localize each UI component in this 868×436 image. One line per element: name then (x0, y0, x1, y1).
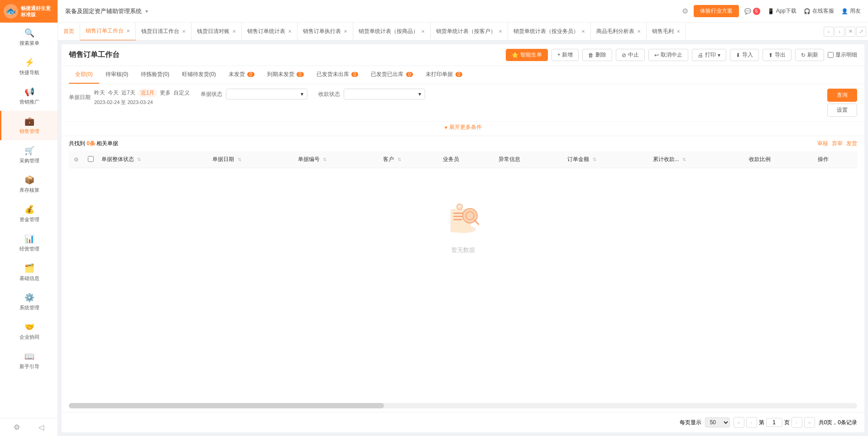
cancel-review-action-btn[interactable]: 弃审 (832, 140, 843, 147)
review-action-btn[interactable]: 审核 (817, 140, 828, 147)
tab-close-all-btn[interactable]: ✕ (845, 27, 855, 37)
tab-prev-btn[interactable]: ‹ (824, 27, 834, 37)
page-prev-btn[interactable]: ‹ (746, 417, 757, 428)
sidebar-item-guide[interactable]: 📖新手引导 (0, 346, 58, 375)
sub-tab-not-printed[interactable]: 未打印单据 0 (419, 66, 469, 84)
collapse-icon[interactable]: ◁ (38, 423, 44, 431)
col-order-amount: 订单金额 ⇅ (564, 151, 649, 168)
sub-tab-not-shipped[interactable]: 未发货 0 (222, 66, 261, 84)
tab-close-icon[interactable]: ✕ (499, 29, 502, 34)
status-select[interactable]: ▾ (226, 89, 307, 100)
gear-icon[interactable]: ⚙ (682, 7, 688, 15)
export-btn[interactable]: ⬆ 导出 (762, 49, 791, 61)
select-all-checkbox[interactable] (88, 156, 94, 162)
svg-point-8 (457, 204, 462, 209)
sidebar-item-system[interactable]: ⚙️系统管理 (0, 287, 58, 317)
overdue-badge: 0 (297, 72, 304, 77)
shortcut-custom[interactable]: 自定义 (173, 89, 190, 97)
tab-sales-stats-product[interactable]: 销货单统计表（按商品） ✕ (353, 23, 431, 41)
sidebar-item-inventory[interactable]: 📦库存核算 (0, 170, 58, 199)
sub-tab-shipped-not-out[interactable]: 已发货未出库 0 (310, 66, 365, 84)
message-btn[interactable]: 💬 6 (744, 8, 760, 15)
tab-close-icon[interactable]: ✕ (126, 28, 130, 33)
app-download-btn[interactable]: 📱 App下载 (767, 7, 796, 15)
user-menu[interactable]: 👤 用友 (841, 7, 861, 15)
show-detail-input[interactable] (828, 52, 834, 58)
chevron-down-icon[interactable]: ▾ (145, 8, 148, 14)
tab-close-icon[interactable]: ✕ (344, 29, 347, 34)
sub-tab-shipped-out[interactable]: 已发货已出库 0 (364, 66, 419, 84)
tab-close-icon[interactable]: ✕ (232, 29, 236, 34)
tab-cash-reconcile[interactable]: 钱货日清对账 ✕ (192, 23, 242, 41)
new-btn[interactable]: + 新增 (551, 49, 579, 61)
shortcut-7days[interactable]: 近7天 (121, 89, 135, 97)
shortcut-1month[interactable]: 近1月 (138, 89, 158, 97)
online-service-btn[interactable]: 🎧 在线客服 (804, 7, 834, 15)
page-last-btn[interactable]: » (804, 417, 815, 428)
sidebar-item-base-info[interactable]: 🗂️基础信息 (0, 258, 58, 287)
sub-tab-pending-review[interactable]: 待审核(0) (99, 66, 135, 84)
query-btn[interactable]: 查询 (827, 89, 857, 102)
page-next-btn[interactable]: › (791, 417, 802, 428)
cancel-suspend-btn[interactable]: ↩ 取消中止 (648, 49, 688, 61)
sidebar-item-operations[interactable]: 📊经营管理 (0, 228, 58, 258)
sidebar-item-label: 销售管理 (19, 128, 39, 135)
page-input[interactable] (766, 418, 782, 427)
industry-btn[interactable]: 体验行业方案 (694, 5, 739, 17)
tab-sales-order-stats[interactable]: 销售订单统计表 ✕ (242, 23, 297, 41)
shortcut-yesterday[interactable]: 昨天 (94, 89, 105, 97)
tab-gross-profit[interactable]: 商品毛利分析表 ✕ (591, 23, 647, 41)
horizontal-scrollbar[interactable] (69, 403, 857, 408)
tab-sales-profit[interactable]: 销售毛利 ✕ (647, 23, 686, 41)
tab-cash-daily[interactable]: 钱货日清工作台 ✕ (136, 23, 192, 41)
tab-next-btn[interactable]: › (834, 27, 844, 37)
import-btn[interactable]: ⬇ 导入 (730, 49, 759, 61)
page-size-label: 每页显示 (680, 419, 701, 427)
shortcut-more[interactable]: 更多 (160, 89, 171, 97)
column-settings[interactable]: ⚙ (69, 151, 83, 168)
smart-generate-btn[interactable]: ⭐ 智能生单 (506, 49, 548, 61)
tab-sales-workbench[interactable]: 销售订单工作台 ✕ (80, 23, 136, 41)
settings-filter-btn[interactable]: 设置 (827, 104, 857, 117)
settings-icon[interactable]: ⚙ (14, 423, 20, 431)
sidebar-item-search[interactable]: 🔍搜索菜单 (0, 23, 58, 52)
sidebar-item-purchase[interactable]: 🛒采购管理 (0, 140, 58, 170)
stop-icon: ⊘ (622, 52, 626, 58)
expand-more-btn[interactable]: ▾ 展开更多条件 (445, 122, 482, 133)
shortcut-today[interactable]: 今天 (108, 89, 119, 97)
sidebar-item-sales[interactable]: 💼销售管理 (0, 111, 58, 140)
col-doc-date: 单据日期 ⇅ (209, 151, 294, 168)
page-size-select[interactable]: 50 20 100 (705, 417, 730, 427)
page-first-btn[interactable]: « (734, 417, 744, 428)
show-detail-checkbox[interactable]: 显示明细 (828, 51, 857, 59)
payment-select[interactable]: ▾ (344, 89, 425, 100)
ship-action-btn[interactable]: 发货 (846, 140, 857, 147)
sidebar-item-quick-nav[interactable]: ⚡快捷导航 (0, 52, 58, 81)
sub-tab-overdue[interactable]: 到期未发货 0 (261, 66, 310, 84)
tab-maximize-btn[interactable]: ⤢ (856, 27, 866, 37)
tab-close-icon[interactable]: ✕ (421, 29, 425, 34)
sub-tab-all[interactable]: 全部(0) (69, 66, 99, 84)
tab-sales-stats-customer[interactable]: 销货单统计表（按客户） ✕ (431, 23, 508, 41)
content-area: 销售订单工作台 ⭐ 智能生单 + 新增 🗑 删除 ⊘ 中止 (58, 41, 868, 436)
sidebar-item-finance[interactable]: 💰资金管理 (0, 199, 58, 228)
tab-home[interactable]: 首页 (58, 23, 80, 41)
tab-close-icon[interactable]: ✕ (637, 29, 641, 34)
sidebar-item-marketing[interactable]: 📢营销推广 (0, 81, 58, 111)
tab-close-icon[interactable]: ✕ (288, 29, 292, 34)
print-btn[interactable]: 🖨 打印 ▾ (692, 49, 726, 61)
tab-close-icon[interactable]: ✕ (581, 29, 585, 34)
delete-btn[interactable]: 🗑 删除 (582, 49, 612, 61)
sub-tab-pending-inspection[interactable]: 待拣验货(0) (134, 66, 176, 84)
select-all-cell[interactable] (83, 151, 98, 168)
tab-sales-order-exec[interactable]: 销售订单执行表 ✕ (297, 23, 353, 41)
tab-close-icon[interactable]: ✕ (182, 29, 186, 34)
sidebar-item-cooperation[interactable]: 🤝企业协同 (0, 317, 58, 346)
scrollbar-thumb[interactable] (69, 403, 384, 408)
tab-sales-stats-staff[interactable]: 销货单统计表（按业务员） ✕ (508, 23, 591, 41)
tab-close-icon[interactable]: ✕ (676, 29, 680, 34)
sub-tab-wangpu[interactable]: 旺铺待发货(0) (176, 66, 222, 84)
shipped-not-out-badge: 0 (351, 72, 359, 77)
refresh-btn[interactable]: ↻ 刷新 (795, 49, 824, 61)
suspend-btn[interactable]: ⊘ 中止 (616, 49, 645, 61)
